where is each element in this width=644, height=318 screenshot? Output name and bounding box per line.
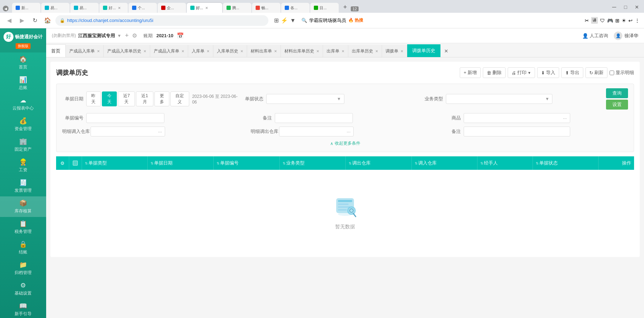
collapse-btn[interactable]: ∧ 收起更多条件 xyxy=(327,139,363,147)
lightning-icon[interactable]: ⚡ xyxy=(281,17,288,24)
tab-2[interactable]: 易... xyxy=(41,3,70,13)
tab-10[interactable]: 各... xyxy=(281,3,310,13)
history-back-icon[interactable]: ↩ xyxy=(628,18,633,23)
sidebar-item-home[interactable]: 🏠 首页 xyxy=(0,52,46,73)
tab-7-active[interactable]: 好... ✕ xyxy=(187,3,222,13)
th-status[interactable]: ⇅ 单据状态 xyxy=(533,156,599,170)
tab-in-history[interactable]: 入库单历史 ✕ xyxy=(213,45,247,57)
remark-input[interactable] xyxy=(275,113,353,123)
date-yesterday-btn[interactable]: 昨天 xyxy=(86,91,101,106)
maximize-btn[interactable]: □ xyxy=(621,3,630,11)
tab-9[interactable]: 畅... xyxy=(252,3,280,13)
tab-material-out-history-close[interactable]: ✕ xyxy=(316,49,319,53)
tab-6[interactable]: 企... xyxy=(158,3,186,13)
detail-in-input[interactable]: ··· xyxy=(91,127,165,136)
th-type[interactable]: ⇅ 单据类型 xyxy=(82,156,148,170)
sidebar-item-tax[interactable]: 📋 税务管理 xyxy=(0,217,46,238)
home-btn[interactable]: 🏠 xyxy=(43,16,53,26)
back-btn[interactable]: ◀ xyxy=(4,16,14,26)
tab-7-close[interactable]: ✕ xyxy=(205,6,208,10)
dropdown-icon[interactable]: ▼ xyxy=(290,17,296,24)
export-btn[interactable]: ⬆ 导出 xyxy=(561,67,583,78)
date-1month-btn[interactable]: 近1月 xyxy=(136,91,153,106)
sidebar-item-assets[interactable]: 🏢 固定资产 xyxy=(0,135,46,155)
status-select[interactable]: ▼ xyxy=(266,94,344,104)
tab-out-history-close[interactable]: ✕ xyxy=(375,49,378,53)
shield-ext-icon[interactable]: 🛡 xyxy=(600,18,605,23)
import-btn[interactable]: ⬇ 导入 xyxy=(537,67,559,78)
address-bar[interactable]: 🔒 https://cloud.chanjet.com/accounting/u… xyxy=(55,15,268,26)
grid-icon[interactable]: ⊞ xyxy=(274,17,279,24)
sidebar-item-invoice[interactable]: 🧾 发票管理 xyxy=(0,176,46,196)
th-no[interactable]: ⇅ 单据编号 xyxy=(214,156,280,170)
tab-product-in-close[interactable]: ✕ xyxy=(97,49,100,53)
select-all-checkbox[interactable] xyxy=(73,161,78,166)
sidebar-item-guide[interactable]: 📖 新手引导 xyxy=(0,299,46,318)
new-tab-btn[interactable]: + xyxy=(341,3,349,11)
th-settings[interactable]: ⚙ xyxy=(56,156,69,170)
tab-product-in-history-close[interactable]: ✕ xyxy=(143,49,146,53)
tab-material-out-close[interactable]: ✕ xyxy=(274,49,277,53)
tab-in-order[interactable]: 入库单 ✕ xyxy=(188,45,213,57)
sidebar-item-reports[interactable]: ☁ 云报表中心 xyxy=(0,94,46,114)
tab-out-order[interactable]: 出库单 ✕ xyxy=(323,45,348,57)
add-company-btn[interactable]: + xyxy=(125,32,129,39)
game-icon[interactable]: 🎮 xyxy=(607,18,613,23)
tab-4-close[interactable]: ✕ xyxy=(118,6,121,10)
date-more-btn[interactable]: 更多 xyxy=(154,91,169,106)
th-settings-icon[interactable]: ⚙ xyxy=(60,161,65,166)
more-icon[interactable]: ⋮ xyxy=(635,18,640,23)
th-date[interactable]: ⇅ 单据日期 xyxy=(148,156,214,170)
tab-product-in2[interactable]: 产成品入库单 ✕ xyxy=(150,45,188,57)
tab-transfer-history[interactable]: 调拨单历史 xyxy=(407,44,441,57)
tab-in-history-close[interactable]: ✕ xyxy=(240,49,243,53)
brightness-icon[interactable]: ☀ xyxy=(622,18,626,23)
scissors-icon[interactable]: ✂ xyxy=(585,18,589,23)
sidebar-item-ledger[interactable]: 📊 总账 xyxy=(0,73,46,94)
sidebar-item-capital[interactable]: 💰 资金管理 xyxy=(0,114,46,135)
tab-8[interactable]: 腾... xyxy=(223,3,251,13)
date-7days-btn[interactable]: 近7天 xyxy=(118,91,135,106)
tab-material-out-history[interactable]: 材料出库单历史 ✕ xyxy=(281,45,323,57)
sidebar-item-settings[interactable]: ⚙ 基础设置 xyxy=(0,279,46,299)
calendar-icon[interactable]: 📅 xyxy=(177,32,184,39)
tab-transfer[interactable]: 调拨单 ✕ xyxy=(382,45,407,57)
date-today-btn[interactable]: 今天 xyxy=(102,91,117,106)
layout-icon[interactable]: ⊞ xyxy=(615,18,620,23)
tab-1[interactable]: 新... xyxy=(12,3,40,13)
goods-input[interactable]: ··· xyxy=(464,113,570,123)
set-btn[interactable]: 设置 xyxy=(606,100,628,110)
delete-btn[interactable]: 🗑 删除 xyxy=(483,67,506,78)
tab-transfer-close[interactable]: ✕ xyxy=(400,49,403,53)
tab-product-in-history[interactable]: 产成品入库单历史 ✕ xyxy=(104,45,150,57)
th-biztype[interactable]: ⇅ 业务类型 xyxy=(279,156,345,170)
print-btn[interactable]: 🖨 打印 ▼ xyxy=(508,67,535,78)
detail-remark-input[interactable] xyxy=(464,127,570,136)
biztype-select[interactable]: ▼ xyxy=(446,94,552,104)
th-handler[interactable]: ⇅ 经手人 xyxy=(477,156,533,170)
sidebar-item-closing[interactable]: 🔒 结账 xyxy=(0,238,46,258)
th-check[interactable] xyxy=(69,156,82,170)
tab-product-in[interactable]: 产成品入库单 ✕ xyxy=(66,45,104,57)
company-selector[interactable]: (勿删勿禁用) 江西服宝测试专用 ▼ xyxy=(52,33,121,39)
close-all-btn[interactable]: ✕ xyxy=(441,45,451,57)
tab-3[interactable]: 易... xyxy=(70,3,99,13)
service-btn[interactable]: 👤 人工咨询 xyxy=(582,33,608,39)
detail-out-input[interactable]: ··· xyxy=(279,127,354,136)
reload-btn[interactable]: ↻ xyxy=(30,16,40,26)
tab-home[interactable]: 首页 xyxy=(46,44,66,57)
date-custom-btn[interactable]: 自定义 xyxy=(170,91,190,106)
docno-input[interactable] xyxy=(86,113,164,123)
sidebar-item-payroll[interactable]: 👷 工资 xyxy=(0,155,46,176)
sidebar-item-inventory[interactable]: 📦 库存核算 xyxy=(0,196,46,217)
th-in-warehouse[interactable]: ⇅ 调入仓库 xyxy=(411,156,477,170)
settings-gear-icon[interactable]: ⚙ xyxy=(132,32,137,39)
translate-icon[interactable]: 译 xyxy=(591,17,598,24)
refresh-btn[interactable]: ↻ 刷新 xyxy=(585,67,607,78)
tab-back-btn[interactable]: ◀ xyxy=(3,6,9,11)
tab-out-history[interactable]: 出库单历史 ✕ xyxy=(348,45,382,57)
tab-4[interactable]: 好... ✕ xyxy=(99,3,128,13)
tab-out-order-close[interactable]: ✕ xyxy=(342,49,344,53)
forward-btn[interactable]: ▶ xyxy=(17,16,27,26)
close-window-btn[interactable]: ✕ xyxy=(633,3,641,11)
